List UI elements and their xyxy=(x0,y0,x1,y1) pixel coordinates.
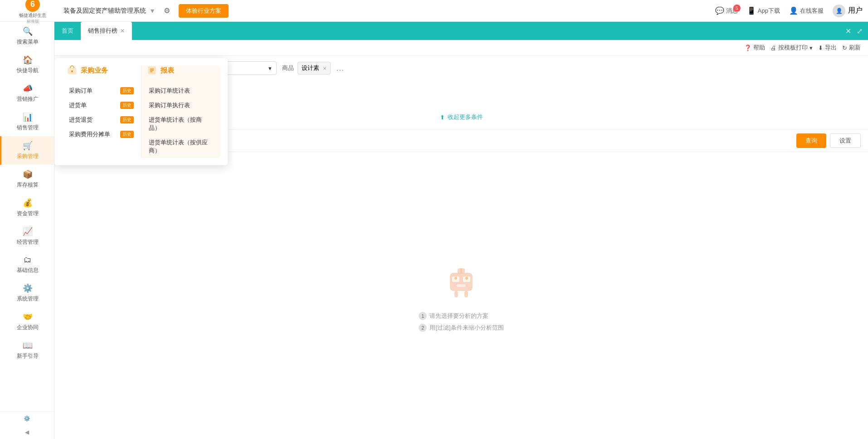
enterprise-icon: 🤝 xyxy=(23,312,33,322)
goods-filter-group: 商品 设计素 × xyxy=(282,62,331,74)
tab-close-icon[interactable]: ✕ xyxy=(120,28,125,34)
empty-tip-1: 1 请先选择要分析的方案 xyxy=(419,312,503,320)
sidebar-label-system: 系统管理 xyxy=(17,295,39,303)
tab-close-all-icon[interactable]: ✕ xyxy=(844,25,853,37)
sidebar-settings-btn[interactable]: ⚙️ xyxy=(0,412,54,425)
title-dropdown-icon[interactable]: ▾ xyxy=(148,6,157,15)
goods-label: 商品 xyxy=(282,64,294,72)
menu-item-stock-in[interactable]: 进货单 历史 xyxy=(67,98,136,113)
sidebar-item-purchase[interactable]: 🛒 采购管理 xyxy=(0,136,54,165)
menu-item-purchase-exec[interactable]: 采购订单执行表 xyxy=(147,98,215,113)
goods-more-btn[interactable]: … xyxy=(336,64,344,72)
menu-item-stock-stat-goods[interactable]: 进货单统计表（按商品） xyxy=(147,113,215,135)
sidebar-item-quick-nav[interactable]: 🏠 快捷导航 xyxy=(0,50,54,79)
sidebar-label-inventory: 库存核算 xyxy=(17,181,39,189)
sidebar-item-operations[interactable]: 📈 经营管理 xyxy=(0,222,54,251)
message-btn[interactable]: 💬 消息 5 xyxy=(715,6,738,15)
sidebar-label-basic: 基础信息 xyxy=(17,266,39,274)
goods-tag-close[interactable]: × xyxy=(323,65,327,72)
print-btn[interactable]: 🖨 按模板打印 ▾ xyxy=(770,44,813,52)
menu-item-purchase-order[interactable]: 采购订单 历史 xyxy=(67,84,136,98)
service-btn[interactable]: 👤 在线客服 xyxy=(789,6,824,15)
system-settings-icon[interactable]: ⚙ xyxy=(161,5,173,17)
header-right: 💬 消息 5 📱 App下载 👤 在线客服 👤 用户 xyxy=(715,5,863,17)
menu-item-label: 采购订单执行表 xyxy=(149,101,190,109)
brand-name: 畅捷通好生意 xyxy=(19,12,46,19)
sidebar-item-sales[interactable]: 📊 销售管理 xyxy=(0,108,54,136)
mobile-icon: 📱 xyxy=(747,6,756,15)
service-label: 在线客服 xyxy=(800,7,824,15)
report-section-title: 报表 xyxy=(147,65,215,78)
sidebar-label-sales: 销售管理 xyxy=(17,124,39,132)
menu-item-label: 进货单统计表（按商品） xyxy=(149,116,214,132)
sidebar-item-marketing[interactable]: 📣 营销推广 xyxy=(0,79,54,108)
menu-item-stock-return[interactable]: 进货退货 历史 xyxy=(67,113,136,127)
menu-item-purchase-expense[interactable]: 采购费用分摊单 历史 xyxy=(67,127,136,142)
app-download-btn[interactable]: 📱 App下载 xyxy=(747,6,780,15)
tab-sales-ranking[interactable]: 销售排行榜 ✕ xyxy=(81,22,132,40)
message-icon: 💬 xyxy=(715,6,724,15)
print-label: 按模板打印 xyxy=(778,44,808,52)
purchase-icon: 🛒 xyxy=(23,141,33,151)
query-btn[interactable]: 查询 xyxy=(796,133,826,148)
empty-state: 1 请先选择要分析的方案 2 用[过滤]条件来缩小分析范围 xyxy=(54,152,868,439)
menu-item-purchase-stat[interactable]: 采购订单统计表 xyxy=(147,84,215,98)
menu-item-label: 采购订单 xyxy=(69,87,93,95)
purchase-dropdown-menu: 采购业务 采购订单 历史 进货单 历史 进货退货 历史 xyxy=(54,58,228,165)
sidebar-label-search: 搜索菜单 xyxy=(17,38,39,46)
empty-tip-2: 2 用[过滤]条件来缩小分析范围 xyxy=(419,324,503,332)
purchase-section-icon xyxy=(67,65,77,75)
tab-expand-icon[interactable]: ⤢ xyxy=(855,25,864,37)
sidebar-label-finance: 资金管理 xyxy=(17,210,39,217)
purchase-section-title: 采购业务 xyxy=(67,65,136,78)
report-section-icon xyxy=(147,65,157,75)
menu-item-label: 采购费用分摊单 xyxy=(69,130,110,138)
operations-icon: 📈 xyxy=(23,227,33,237)
empty-tips: 1 请先选择要分析的方案 2 用[过滤]条件来缩小分析范围 xyxy=(419,312,503,332)
sidebar-item-search[interactable]: 🔍 搜索菜单 xyxy=(0,22,54,50)
logo-area: 6 畅捷通好生意 标准版 xyxy=(5,0,60,25)
tab-home[interactable]: 首页 xyxy=(54,22,81,40)
menu-item-stock-stat-supplier[interactable]: 进货单统计表（按供应商） xyxy=(147,135,215,158)
sidebar-label-operations: 经营管理 xyxy=(17,238,39,246)
message-badge: 5 xyxy=(733,5,741,12)
sidebar-item-inventory[interactable]: 📦 库存核算 xyxy=(0,165,54,193)
tab-bar: 首页 销售排行榜 ✕ ✕ ⤢ xyxy=(54,22,868,40)
goods-tag-value: 设计素 xyxy=(302,64,319,72)
sidebar-item-enterprise[interactable]: 🤝 企业协同 xyxy=(0,307,54,336)
marketing-icon: 📣 xyxy=(23,84,33,94)
user-area[interactable]: 👤 用户 xyxy=(833,5,863,17)
avatar: 👤 xyxy=(833,5,845,17)
sidebar-label-enterprise: 企业协同 xyxy=(17,324,39,331)
sidebar-item-finance[interactable]: 💰 资金管理 xyxy=(0,193,54,222)
edition-label: 标准版 xyxy=(27,19,39,25)
svg-point-11 xyxy=(71,70,73,72)
sales-icon: 📊 xyxy=(23,112,33,122)
user-label: 用户 xyxy=(848,6,863,15)
industry-btn[interactable]: 体验行业方案 xyxy=(179,4,229,18)
goods-tag: 设计素 × xyxy=(297,62,331,74)
svg-point-9 xyxy=(465,277,468,280)
home-icon: 🏠 xyxy=(23,55,33,65)
sidebar-item-system[interactable]: ⚙️ 系统管理 xyxy=(0,279,54,307)
sidebar-collapse-btn[interactable]: ◀ xyxy=(0,425,54,439)
basic-icon: 🗂 xyxy=(24,255,32,265)
refresh-btn[interactable]: ↻ 刷新 xyxy=(842,44,861,52)
purchase-menu-section: 采购业务 采购订单 历史 进货单 历史 进货退货 历史 xyxy=(62,65,141,158)
sidebar-label-guide: 新手引导 xyxy=(17,352,39,360)
history-badge-1: 历史 xyxy=(120,102,134,109)
sidebar-item-basic[interactable]: 🗂 基础信息 xyxy=(0,251,54,279)
tab-home-label: 首页 xyxy=(62,27,73,35)
help-btn[interactable]: ❓ 帮助 xyxy=(744,44,765,52)
settings-btn[interactable]: 设置 xyxy=(830,133,861,148)
app-label: App下载 xyxy=(758,7,780,15)
sidebar-item-guide[interactable]: 📖 新手引导 xyxy=(0,336,54,365)
guide-icon: 📖 xyxy=(23,340,33,350)
export-btn[interactable]: ⬇ 导出 xyxy=(818,44,837,52)
top-action-bar: ❓ 帮助 🖨 按模板打印 ▾ ⬇ 导出 ↻ 刷新 xyxy=(54,40,868,56)
search-icon: 🔍 xyxy=(23,26,33,36)
print-dropdown-icon[interactable]: ▾ xyxy=(809,44,813,51)
sidebar-label-purchase: 采购管理 xyxy=(17,153,39,160)
svg-point-8 xyxy=(454,277,457,280)
print-icon: 🖨 xyxy=(770,44,776,51)
